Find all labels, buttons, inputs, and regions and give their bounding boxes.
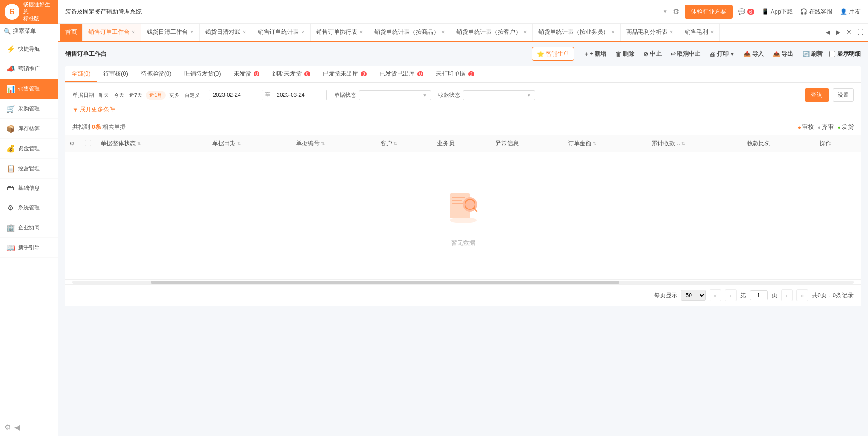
- tab-cust-close-icon[interactable]: ✕: [523, 29, 527, 35]
- date-1month-btn[interactable]: 近1月: [146, 91, 166, 100]
- sidebar-item-marketing[interactable]: 📣 营销推广: [0, 59, 58, 79]
- date-7days-btn[interactable]: 近7天: [128, 91, 144, 100]
- filter-tab-shipped-out[interactable]: 已发货已出库 0: [373, 66, 430, 82]
- tab-prev-icon[interactable]: ◀: [823, 25, 833, 39]
- filter-tab-pending[interactable]: 待审核(0): [97, 66, 134, 82]
- page-number-input[interactable]: [750, 290, 768, 300]
- tab-sales-staff[interactable]: 销货单统计表（按业务员） ✕: [533, 24, 621, 41]
- sidebar-item-operations[interactable]: 📋 经营管理: [0, 159, 58, 179]
- per-page-select[interactable]: 10 20 50 100: [681, 290, 706, 301]
- date-to-input[interactable]: [273, 90, 327, 100]
- th-customer-sort[interactable]: 客户 ⇅: [380, 139, 430, 147]
- message-button[interactable]: 💬 6: [738, 8, 754, 15]
- smart-generate-button[interactable]: ⭐ 智能生单: [532, 47, 574, 61]
- settings-gear-icon[interactable]: ⚙: [673, 7, 679, 16]
- horizontal-scrollbar[interactable]: [65, 279, 861, 284]
- sidebar-item-system[interactable]: ⚙ 系统管理: [0, 198, 58, 218]
- delete-button[interactable]: 🗑 删除: [613, 48, 637, 60]
- industry-solution-button[interactable]: 体验行业方案: [685, 5, 733, 19]
- sidebar-item-purchase[interactable]: 🛒 采购管理: [0, 99, 58, 119]
- date-today-btn[interactable]: 今天: [112, 91, 126, 100]
- col-settings-icon[interactable]: ⚙: [69, 140, 75, 147]
- tab-sales-stats[interactable]: 销售订单统计表 ✕: [252, 24, 311, 41]
- export-button[interactable]: 📤 导出: [770, 48, 796, 60]
- import-button[interactable]: 📥 导入: [741, 48, 767, 60]
- online-service-button[interactable]: 🎧 在线客服: [800, 8, 833, 16]
- tab-cash-workbench[interactable]: 钱货日清工作台 ✕: [141, 24, 200, 41]
- expand-more-btn[interactable]: ▼ 展开更多条件: [72, 105, 854, 114]
- payment-select[interactable]: ▼: [463, 90, 535, 100]
- show-details-checkbox[interactable]: [829, 51, 835, 57]
- tab-close-all-icon[interactable]: ✕: [844, 25, 854, 39]
- tab-stats-close-icon[interactable]: ✕: [301, 29, 305, 35]
- sidebar-item-enterprise[interactable]: 🏢 企业协同: [0, 218, 58, 238]
- th-number-sort[interactable]: 单据编号 ⇅: [296, 139, 373, 147]
- last-page-btn[interactable]: »: [796, 289, 808, 301]
- next-page-btn[interactable]: ›: [781, 289, 793, 301]
- first-page-btn[interactable]: «: [710, 289, 721, 301]
- refresh-button[interactable]: 🔄 刷新: [800, 48, 825, 60]
- export-icon: 📤: [773, 51, 780, 57]
- th-status-sort[interactable]: 单据整体状态 ⇅: [101, 139, 205, 147]
- filter-tab-all[interactable]: 全部(0): [65, 66, 97, 82]
- user-menu[interactable]: 👤 用友: [840, 8, 861, 16]
- sidebar-item-guide[interactable]: 📖 新手引导: [0, 238, 58, 258]
- filter-tab-unshipped[interactable]: 未发货 0: [227, 66, 266, 82]
- tab-fullscreen-icon[interactable]: ⛶: [854, 25, 866, 39]
- filter-tab-overdue[interactable]: 到期未发货 0: [266, 66, 317, 82]
- scroll-thumb[interactable]: [151, 281, 619, 284]
- query-button[interactable]: 查询: [805, 88, 829, 102]
- date-custom-btn[interactable]: 自定义: [183, 91, 201, 100]
- tab-sales-profit[interactable]: 销售毛利 ✕: [679, 24, 720, 41]
- settings-button[interactable]: 设置: [833, 88, 854, 102]
- tab-sales-product[interactable]: 销货单统计表（按商品） ✕: [369, 24, 451, 41]
- sidebar-item-quick-nav[interactable]: ⚡ 快捷导航: [0, 39, 58, 59]
- tab-recon-close-icon[interactable]: ✕: [242, 29, 246, 35]
- tab-sales-customer[interactable]: 销货单统计表（按客户） ✕: [451, 24, 533, 41]
- tab-sales-exec[interactable]: 销售订单执行表 ✕: [311, 24, 369, 41]
- tab-cash-close-icon[interactable]: ✕: [190, 29, 194, 35]
- tab-margin-close-icon[interactable]: ✕: [669, 29, 673, 35]
- tab-home[interactable]: 首页: [60, 24, 83, 41]
- collapse-icon[interactable]: ◀: [14, 423, 20, 431]
- th-action: 操作: [816, 135, 861, 152]
- tab-gross-margin[interactable]: 商品毛利分析表 ✕: [621, 24, 679, 41]
- sidebar-item-inventory[interactable]: 📦 库存核算: [0, 119, 58, 139]
- tab-exec-close-icon[interactable]: ✕: [359, 29, 363, 35]
- tab-reconciliation[interactable]: 钱货日清对账 ✕: [200, 24, 252, 41]
- filter-tab-inspect[interactable]: 待拣验货(0): [134, 66, 178, 82]
- add-button[interactable]: + + 新增: [582, 48, 609, 60]
- prev-page-btn[interactable]: ‹: [725, 289, 737, 301]
- approve-action-btn[interactable]: ● 审核: [797, 123, 814, 131]
- tab-sales-close-icon[interactable]: ✕: [131, 29, 135, 35]
- tab-sales-workbench[interactable]: 销售订单工作台 ✕: [83, 24, 141, 42]
- date-from-input[interactable]: [209, 90, 263, 100]
- sidebar-search[interactable]: 🔍 搜索菜单: [0, 24, 58, 39]
- search-icon: 🔍: [4, 28, 11, 35]
- sidebar-item-basic-info[interactable]: 🗃 基础信息: [0, 179, 58, 198]
- filter-tab-shipped-no-out[interactable]: 已发货未出库 0: [317, 66, 373, 82]
- date-yesterday-btn[interactable]: 昨天: [97, 91, 110, 100]
- tab-product-close-icon[interactable]: ✕: [441, 29, 445, 35]
- sidebar-item-sales[interactable]: 📊 销售管理: [0, 79, 58, 99]
- status-select[interactable]: ▼: [359, 90, 431, 100]
- settings-icon[interactable]: ⚙: [5, 423, 11, 431]
- filter-tab-wangpu[interactable]: 旺铺待发货(0): [178, 66, 227, 82]
- app-download-button[interactable]: 📱 App下载: [762, 8, 793, 16]
- th-date-sort[interactable]: 单据日期 ⇅: [212, 139, 289, 147]
- filter-tab-unprinted[interactable]: 未打印单据 0: [430, 66, 480, 82]
- tab-next-icon[interactable]: ▶: [833, 25, 844, 39]
- cancel-suspend-button[interactable]: ↩ 取消中止: [668, 48, 703, 60]
- tab-profit-close-icon[interactable]: ✕: [710, 29, 714, 35]
- th-cumulative-sort[interactable]: 累计收款... ⇅: [652, 139, 740, 147]
- th-amount-sort[interactable]: 订单金额 ⇅: [568, 139, 645, 147]
- sidebar-item-finance[interactable]: 💰 资金管理: [0, 139, 58, 159]
- select-all-checkbox[interactable]: [85, 140, 91, 146]
- ship-action-btn[interactable]: ● 发货: [837, 123, 854, 131]
- unapprove-action-btn[interactable]: ● 弃审: [817, 123, 834, 131]
- tab-staff-close-icon[interactable]: ✕: [611, 29, 615, 35]
- suspend-button[interactable]: ⊘ 中止: [641, 48, 664, 60]
- system-dropdown-icon[interactable]: ▼: [663, 9, 667, 14]
- date-more-btn[interactable]: 更多: [168, 91, 181, 100]
- print-button[interactable]: 🖨 打印 ▼: [707, 48, 737, 60]
